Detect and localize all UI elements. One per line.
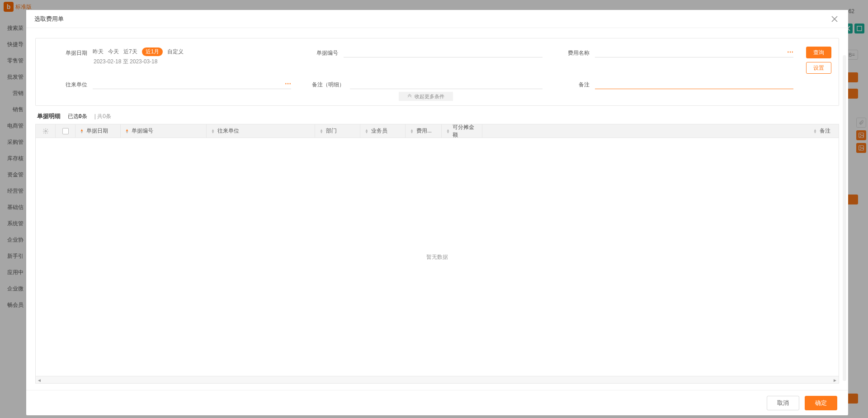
- detail-header-row: 单据明细 已选0条 | 共0条: [37, 112, 839, 120]
- query-button[interactable]: 查询: [806, 47, 831, 58]
- filter-feename-label: 费用名称: [561, 48, 590, 57]
- col-label: 单据日期: [86, 127, 108, 135]
- detail-table: ▲▼ 单据日期 ▲▼ 单据编号 ▲▼ 往来单位 ▲▼ 部门: [35, 124, 839, 384]
- col-header-amount[interactable]: ▲▼ 可分摊金额: [442, 124, 482, 138]
- date-range-display[interactable]: 2023-02-18 至 2023-03-18: [93, 58, 291, 66]
- filter-detail-remark-label: 备注（明细）: [309, 79, 344, 89]
- sort-icon: ▲▼: [125, 129, 129, 133]
- close-icon: [831, 16, 838, 22]
- filter-date: 单据日期 昨天 今天 近7天 近1月 自定义 2023-02-18 至 2023…: [58, 48, 291, 66]
- dialog-title: 选取费用单: [34, 15, 64, 23]
- filter-remark-label: 备注: [561, 79, 590, 89]
- filter-actions: 查询 设置: [806, 47, 831, 74]
- table-body-empty: 暂无数据: [36, 138, 839, 376]
- selected-unit: 条: [82, 113, 87, 119]
- collapse-filters-button[interactable]: 收起更多条件: [399, 92, 453, 101]
- confirm-button[interactable]: 确定: [805, 396, 837, 410]
- feename-picker-button[interactable]: ⋯: [787, 48, 793, 56]
- filter-date-label: 单据日期: [58, 48, 87, 57]
- empty-text: 暂无数据: [426, 253, 448, 261]
- col-header-date[interactable]: ▲▼ 单据日期: [75, 124, 121, 138]
- col-label: 往来单位: [217, 127, 239, 135]
- col-header-fee[interactable]: ▲▼ 费用...: [406, 124, 442, 138]
- col-label: 部门: [326, 127, 337, 135]
- sort-icon: ▲▼: [365, 129, 368, 133]
- date-opt-today[interactable]: 今天: [108, 48, 119, 56]
- close-button[interactable]: [829, 14, 840, 24]
- dialog-header: 选取费用单: [26, 10, 848, 28]
- col-label: 单据编号: [132, 127, 153, 135]
- svg-point-5: [45, 130, 47, 132]
- filter-party: 往来单位 ⋯: [58, 79, 291, 89]
- col-label: 业务员: [371, 127, 387, 135]
- horizontal-scrollbar[interactable]: ◄ ►: [36, 376, 839, 383]
- col-header-docno[interactable]: ▲▼ 单据编号: [121, 124, 207, 138]
- scroll-left-icon[interactable]: ◄: [36, 376, 43, 384]
- sort-icon: ▲▼: [211, 129, 215, 133]
- col-header-remark[interactable]: ▲▼ 备注: [482, 124, 839, 138]
- col-label: 可分摊金额: [453, 124, 477, 139]
- filter-party-label: 往来单位: [58, 79, 87, 89]
- collapse-filters-label: 收起更多条件: [415, 93, 444, 100]
- checkbox-icon: [62, 128, 69, 134]
- col-label: 备注: [820, 127, 830, 135]
- dialog-select-expense: 选取费用单 查询 设置 单据日期 昨天: [26, 10, 848, 415]
- filter-grid: 单据日期 昨天 今天 近7天 近1月 自定义 2023-02-18 至 2023…: [58, 48, 793, 89]
- settings-button[interactable]: 设置: [806, 62, 831, 74]
- col-label: 费用...: [416, 127, 432, 135]
- feename-input[interactable]: [595, 48, 793, 57]
- chevron-up-icon: [407, 94, 412, 99]
- filter-panel: 查询 设置 单据日期 昨天 今天 近7天 近1月 自定义: [35, 38, 839, 106]
- filter-feename: 费用名称 ⋯: [561, 48, 793, 66]
- date-opt-custom[interactable]: 自定义: [167, 48, 184, 56]
- selected-number: 0: [79, 113, 82, 119]
- scroll-right-icon[interactable]: ►: [831, 376, 839, 384]
- sort-icon: ▲▼: [80, 129, 84, 133]
- date-opt-yesterday[interactable]: 昨天: [93, 48, 104, 56]
- cancel-button[interactable]: 取消: [767, 396, 799, 410]
- date-opt-last1m[interactable]: 近1月: [142, 48, 163, 56]
- filter-docno-label: 单据编号: [309, 48, 338, 57]
- sort-icon: ▲▼: [446, 129, 450, 133]
- select-all-checkbox[interactable]: [56, 124, 75, 138]
- col-header-person[interactable]: ▲▼ 业务员: [360, 124, 406, 138]
- total-count: | 共0条: [94, 113, 111, 120]
- col-header-dept[interactable]: ▲▼ 部门: [315, 124, 360, 138]
- sort-icon: ▲▼: [410, 129, 414, 133]
- col-header-party[interactable]: ▲▼ 往来单位: [207, 124, 315, 138]
- docno-input[interactable]: [344, 48, 542, 57]
- gear-icon: [42, 128, 49, 134]
- party-picker-button[interactable]: ⋯: [285, 80, 291, 87]
- party-input[interactable]: [93, 79, 291, 89]
- date-opt-last7[interactable]: 近7天: [123, 48, 137, 56]
- column-settings-button[interactable]: [36, 124, 56, 138]
- total-label: 共0条: [97, 113, 111, 119]
- filter-docno: 单据编号: [309, 48, 542, 66]
- date-quick-options: 昨天 今天 近7天 近1月 自定义: [93, 48, 291, 56]
- table-header: ▲▼ 单据日期 ▲▼ 单据编号 ▲▼ 往来单位 ▲▼ 部门: [36, 124, 839, 138]
- filter-detail-remark: 备注（明细）: [309, 79, 542, 89]
- selected-prefix: 已选: [68, 113, 79, 119]
- filter-remark: 备注: [561, 79, 793, 89]
- selected-count: 已选0条: [68, 113, 87, 120]
- dialog-footer: 取消 确定: [26, 390, 848, 415]
- detail-title: 单据明细: [37, 112, 61, 120]
- sort-icon: ▲▼: [813, 129, 817, 133]
- dialog-body: 查询 设置 单据日期 昨天 今天 近7天 近1月 自定义: [26, 28, 848, 390]
- detail-remark-input[interactable]: [350, 79, 542, 89]
- modal-overlay: 选取费用单 查询 设置 单据日期 昨天: [0, 0, 868, 418]
- vertical-scrollbar[interactable]: [843, 55, 846, 381]
- sort-icon: ▲▼: [320, 129, 323, 133]
- remark-input[interactable]: [595, 79, 793, 89]
